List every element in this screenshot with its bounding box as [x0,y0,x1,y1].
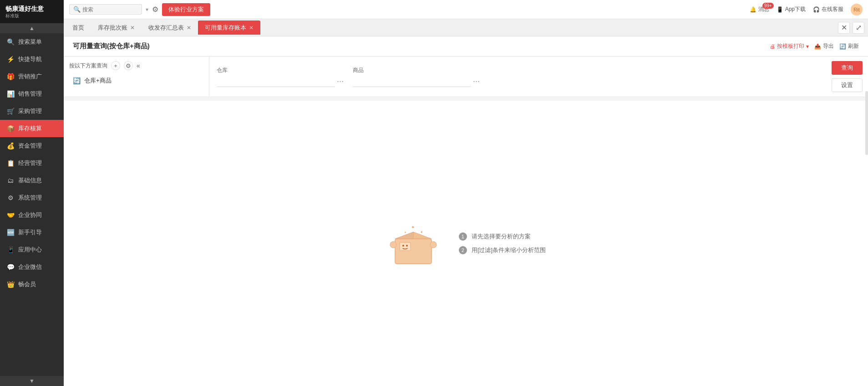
sidebar-item-member[interactable]: 👑 畅会员 [0,276,64,293]
sidebar-item-shortcut[interactable]: ⚡ 快捷导航 [0,51,64,68]
sidebar-nav: 🔍 搜索菜单 ⚡ 快捷导航 🎁 营销推广 📊 销售管理 🛒 采购管理 📦 库存核… [0,33,64,376]
sidebar-item-operations[interactable]: 📋 经营管理 [0,154,64,172]
dropdown-chevron-icon[interactable]: ▾ [146,6,148,13]
filter-scheme-header: 按以下方案查询 + ⚙ « [69,61,203,70]
tab-inventory-batch[interactable]: 库存批次账 ✕ [91,21,142,35]
scheme-item-warehouse-product[interactable]: 🔄 仓库+商品 [69,74,203,87]
tab-close-icon[interactable]: ✕ [249,25,254,31]
settings-icon[interactable]: ⚙ [152,5,158,14]
scheme-setting-button[interactable]: ⚙ [124,61,133,70]
sidebar-scroll-up[interactable]: ▲ [0,23,64,33]
empty-tip-2: 2 用[过滤]条件来缩小分析范围 [459,246,546,254]
sidebar-item-label: 经营管理 [18,159,42,167]
trial-button[interactable]: 体验行业方案 [162,3,210,16]
filter-buttons: 查询 设置 [826,57,868,97]
sidebar-item-search[interactable]: 🔍 搜索菜单 [0,33,64,51]
query-button[interactable]: 查询 [832,61,863,75]
tab-home[interactable]: 首页 [66,21,91,35]
sidebar-item-inventory[interactable]: 📦 库存核算 [0,120,64,137]
cart-icon: 🛒 [6,108,15,115]
sidebar-item-wecom[interactable]: 💬 企业微信 [0,258,64,276]
app-download-button[interactable]: 📱 App下载 [777,5,806,13]
scheme-add-button[interactable]: + [111,61,120,70]
product-filter-input[interactable] [353,76,471,87]
logo-sub: 标准版 [5,13,58,19]
sidebar-item-label: 库存核算 [18,124,42,133]
sidebar-item-system[interactable]: ⚙ 系统管理 [0,189,64,206]
bell-icon: 🔔 [750,6,756,13]
sidebar-item-sales[interactable]: 📊 销售管理 [0,85,64,103]
gift-icon: 🎁 [6,73,15,80]
new-icon: 🆕 [6,229,15,236]
print-button[interactable]: 🖨 按模板打印 ▾ [770,42,809,50]
message-button[interactable]: 🔔 消息 99+ [750,5,769,13]
avatar: Rit [851,4,863,15]
message-badge: 99+ [762,3,774,9]
sidebar-item-marketing[interactable]: 🎁 营销推广 [0,68,64,85]
product-more-button[interactable]: ··· [473,77,480,86]
logo-title: 畅康通好生意 [5,5,58,13]
box-icon: 📦 [6,125,15,132]
export-icon: 📤 [814,43,821,50]
top-bar-right: 🔔 消息 99+ 📱 App下载 🎧 在线客服 Rit [750,4,863,15]
tab-available-ledger-label: 可用量库存账本 [205,24,246,32]
sidebar-item-label: 应用中心 [18,246,42,254]
sidebar-item-basic[interactable]: 🗂 基础信息 [0,172,64,189]
sidebar-item-label: 基础信息 [18,176,42,185]
svg-point-6 [390,242,396,248]
refresh-icon: 🔄 [839,43,846,50]
tip-number-1: 1 [459,232,467,241]
tab-bar-controls: ✕ ⤢ [838,22,864,34]
warehouse-filter-input[interactable] [217,76,335,87]
filter-settings-button[interactable]: 设置 [832,78,863,92]
search-icon: 🔍 [6,38,15,46]
sidebar-item-appcenter[interactable]: 📱 应用中心 [0,241,64,258]
refresh-label: 刷新 [848,42,859,50]
search-icon: 🔍 [73,6,81,13]
main-area: 🔍 ▾ ⚙ 体验行业方案 🔔 消息 99+ 📱 App下载 🎧 在线客服 R [64,0,868,386]
svg-rect-3 [400,242,411,251]
warehouse-filter-field: 仓库 ··· [217,67,344,87]
svg-point-7 [430,242,437,248]
chart-icon: 📊 [6,90,15,98]
print-label: 按模板打印 [777,42,804,50]
expand-button[interactable]: ⤢ [853,22,864,34]
sidebar-item-enterprise[interactable]: 🤝 企业协同 [0,206,64,224]
tab-available-ledger[interactable]: 可用量库存账本 ✕ [198,21,260,35]
money-icon: 💰 [6,142,15,149]
clipboard-icon: 📋 [6,160,15,167]
print-icon: 🖨 [770,43,775,50]
sidebar-item-label: 新手引导 [18,228,42,237]
tab-close-icon[interactable]: ✕ [130,25,135,31]
sidebar: 畅康通好生意 标准版 ▲ 🔍 搜索菜单 ⚡ 快捷导航 🎁 营销推广 📊 销售管理… [0,0,64,386]
export-button[interactable]: 📤 导出 [814,42,834,50]
handshake-icon: 🤝 [6,211,15,219]
sidebar-item-finance[interactable]: 💰 资金管理 [0,137,64,154]
empty-illustration: ✦ ✦ ✦ [386,216,441,271]
sidebar-item-label: 采购管理 [18,107,42,115]
scheme-collapse-button[interactable]: « [137,62,140,69]
sidebar-item-label: 企业协同 [18,211,42,219]
close-tab-button[interactable]: ✕ [838,22,850,34]
user-menu[interactable]: Rit [851,4,863,15]
tab-collection-summary[interactable]: 收发存汇总表 ✕ [142,21,198,35]
sidebar-item-label: 销售管理 [18,90,42,98]
svg-text:✦: ✦ [404,231,406,234]
warehouse-more-button[interactable]: ··· [337,77,344,86]
sidebar-item-newguide[interactable]: 🆕 新手引导 [0,224,64,241]
empty-tips: 1 请先选择要分析的方案 2 用[过滤]条件来缩小分析范围 [459,232,546,254]
online-service-button[interactable]: 🎧 在线客服 [813,5,843,13]
product-filter-label: 商品 [353,67,480,74]
sidebar-scroll-down[interactable]: ▼ [0,376,64,386]
sidebar-item-label: 营销推广 [18,72,42,81]
tip-number-2: 2 [459,246,467,254]
sidebar-item-purchase[interactable]: 🛒 采购管理 [0,103,64,120]
page-header-actions: 🖨 按模板打印 ▾ 📤 导出 🔄 刷新 [770,42,859,50]
search-input[interactable] [82,6,128,13]
refresh-button[interactable]: 🔄 刷新 [839,42,859,50]
scrollbar-hint [865,91,868,155]
print-dropdown-icon[interactable]: ▾ [806,43,809,50]
search-box[interactable]: 🔍 [69,4,142,15]
sidebar-item-label: 搜索菜单 [18,38,42,46]
tab-close-icon[interactable]: ✕ [187,25,191,31]
